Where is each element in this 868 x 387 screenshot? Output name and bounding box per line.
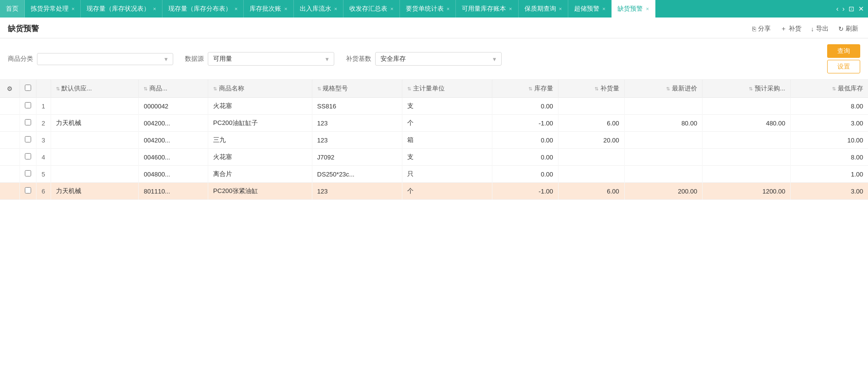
th-row-num xyxy=(36,80,51,98)
td-supplier-5: 力天机械 xyxy=(51,183,139,200)
datasource-select[interactable]: 可用量 ▾ xyxy=(208,52,334,66)
tab-shortage[interactable]: 缺货预警 × xyxy=(612,0,655,18)
tab-available-ledger[interactable]: 可用量库存账本 × xyxy=(456,0,518,18)
td-estimated-purchase-1: 480.00 xyxy=(702,115,790,132)
th-spec[interactable]: ⇅ 规格型号 xyxy=(312,80,402,98)
share-button[interactable]: ⎘ 分享 xyxy=(750,23,773,34)
th-estimated-purchase[interactable]: ⇅ 预计采购... xyxy=(702,80,790,98)
table-row: 5 004800... 离合片 DS250*23c... 只 0.00 1.00 xyxy=(0,166,868,183)
row-checkbox-5[interactable] xyxy=(25,187,31,194)
tab-close-collection[interactable]: × xyxy=(390,6,393,12)
settings-button[interactable]: 设置 xyxy=(827,60,860,73)
td-min-stock-0: 8.00 xyxy=(790,98,868,115)
tab-restore-button[interactable]: ⊡ xyxy=(847,4,856,14)
th-min-stock[interactable]: ⇅ 最低库存 xyxy=(790,80,868,98)
th-unit[interactable]: ⇅ 主计量单位 xyxy=(402,80,492,98)
tab-close-inventory-status[interactable]: × xyxy=(153,6,156,12)
td-checkbox-4[interactable] xyxy=(19,166,36,183)
th-latest-price[interactable]: ⇅ 最新进价 xyxy=(624,80,702,98)
th-name[interactable]: ⇅ 商品名称 xyxy=(208,80,312,98)
th-supplier[interactable]: ⇅ 默认供应... xyxy=(51,80,139,98)
td-gear-2 xyxy=(0,132,19,149)
td-code-2: 004200... xyxy=(139,132,208,149)
sort-supplier-icon: ⇅ xyxy=(56,86,60,91)
tab-close-order-stat[interactable]: × xyxy=(447,6,450,12)
row-checkbox-2[interactable] xyxy=(25,136,31,142)
th-code[interactable]: ⇅ 商品... xyxy=(139,80,208,98)
td-latest-price-1: 80.00 xyxy=(624,115,702,132)
tab-expiry[interactable]: 保质期查询 × xyxy=(519,0,568,18)
td-spec-0: SS816 xyxy=(312,98,402,115)
td-latest-price-4 xyxy=(624,166,702,183)
td-checkbox-1[interactable] xyxy=(19,115,36,132)
tab-inventory-status[interactable]: 现存量（库存状况表） × xyxy=(81,0,162,18)
header-actions: ⎘ 分享 ＋ 补货 ↓ 导出 ↻ 刷新 xyxy=(750,23,861,34)
tab-close-abnormal[interactable]: × xyxy=(72,6,74,12)
tab-close-inout-flow[interactable]: × xyxy=(334,6,337,12)
tab-home[interactable]: 首页 xyxy=(0,0,25,18)
td-replenish-2: 20.00 xyxy=(558,132,624,149)
category-label: 商品分类 xyxy=(8,54,33,63)
category-select[interactable]: ▾ xyxy=(37,53,173,65)
td-code-1: 004200... xyxy=(139,115,208,132)
table-header-row: ⚙ ⇅ 默认供应... ⇅ 商品... ⇅ xyxy=(0,80,868,98)
tab-close-overstock[interactable]: × xyxy=(602,6,605,12)
tab-collection[interactable]: 收发存汇总表 × xyxy=(344,0,399,18)
sort-name-icon: ⇅ xyxy=(213,86,217,91)
tab-abnormal[interactable]: 拣货异常处理 × xyxy=(25,0,81,18)
td-replenish-4 xyxy=(558,166,624,183)
td-checkbox-2[interactable] xyxy=(19,132,36,149)
tab-next-button[interactable]: › xyxy=(840,4,847,14)
refresh-button[interactable]: ↻ 刷新 xyxy=(836,23,860,34)
filter-actions: 查询 设置 xyxy=(827,44,860,73)
tab-close-inventory-dist[interactable]: × xyxy=(235,6,237,12)
export-button[interactable]: ↓ 导出 xyxy=(809,23,831,34)
tab-order-stat[interactable]: 要货单统计表 × xyxy=(400,0,456,18)
tab-close-available-ledger[interactable]: × xyxy=(509,6,512,12)
th-replenish[interactable]: ⇅ 补货量 xyxy=(558,80,624,98)
tab-inout-flow[interactable]: 出入库流水 × xyxy=(294,0,344,18)
td-checkbox-0[interactable] xyxy=(19,98,36,115)
td-supplier-4 xyxy=(51,166,139,183)
query-button[interactable]: 查询 xyxy=(827,44,860,58)
row-checkbox-4[interactable] xyxy=(25,170,31,176)
category-select-arrow-icon: ▾ xyxy=(164,55,168,63)
row-checkbox-0[interactable] xyxy=(25,102,31,108)
tab-close-expiry[interactable]: × xyxy=(559,6,562,12)
tab-batch-account[interactable]: 库存批次账 × xyxy=(244,0,293,18)
td-unit-5: 个 xyxy=(402,183,492,200)
tab-prev-button[interactable]: ‹ xyxy=(834,4,841,14)
table-row: 6 力天机械 801110... PC200张紧油缸 123 个 -1.00 6… xyxy=(0,183,868,200)
sort-code-icon: ⇅ xyxy=(144,86,147,91)
table-row: 2 力天机械 004200... PC200油缸缸子 123 个 -1.00 6… xyxy=(0,115,868,132)
td-latest-price-2 xyxy=(624,132,702,149)
tab-inventory-dist[interactable]: 现存量（库存分布表） × xyxy=(163,0,244,18)
td-gear-5 xyxy=(0,183,19,200)
replenish-base-select[interactable]: 安全库存 ▾ xyxy=(375,52,502,66)
th-stock[interactable]: ⇅ 库存量 xyxy=(492,80,558,98)
td-checkbox-3[interactable] xyxy=(19,149,36,166)
tab-close-shortage[interactable]: × xyxy=(646,6,649,12)
row-checkbox-1[interactable] xyxy=(25,119,31,125)
replenish-button[interactable]: ＋ 补货 xyxy=(778,23,803,34)
row-checkbox-3[interactable] xyxy=(25,153,31,159)
td-min-stock-5: 3.00 xyxy=(790,183,868,200)
td-latest-price-5: 200.00 xyxy=(624,183,702,200)
td-min-stock-4: 1.00 xyxy=(790,166,868,183)
select-all-checkbox[interactable] xyxy=(25,85,31,91)
td-stock-3: 0.00 xyxy=(492,149,558,166)
table-row: 4 004600... 火花塞 J7092 支 0.00 8.00 xyxy=(0,149,868,166)
filter-bar: 商品分类 ▾ 数据源 可用量 ▾ 补货基数 安全库存 ▾ 查询 设置 xyxy=(0,38,868,80)
sort-unit-icon: ⇅ xyxy=(407,86,411,91)
tab-close-batch-account[interactable]: × xyxy=(284,6,287,12)
th-gear[interactable]: ⚙ xyxy=(0,80,19,98)
td-replenish-1: 6.00 xyxy=(558,115,624,132)
sort-min-stock-icon: ⇅ xyxy=(832,86,836,91)
td-stock-2: 0.00 xyxy=(492,132,558,149)
td-min-stock-2: 10.00 xyxy=(790,132,868,149)
tab-close-all-button[interactable]: ✕ xyxy=(856,4,866,14)
td-checkbox-5[interactable] xyxy=(19,183,36,200)
td-supplier-0 xyxy=(51,98,139,115)
tab-overstock[interactable]: 超储预警 × xyxy=(568,0,612,18)
data-table: ⚙ ⇅ 默认供应... ⇅ 商品... ⇅ xyxy=(0,80,868,200)
